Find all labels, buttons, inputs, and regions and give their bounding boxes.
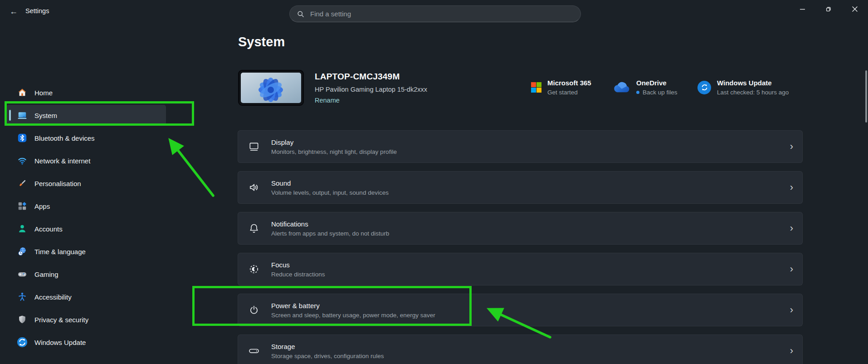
rename-link[interactable]: Rename [315,97,427,104]
windows-update-icon [697,81,711,94]
card-subtitle: Get started [547,89,591,96]
row-title: Power & battery [271,302,435,310]
sidebar-item-label: Apps [34,202,50,210]
bluetooth-icon [17,133,27,143]
device-info: LAPTOP-CMCJ349M HP Pavilion Gaming Lapto… [315,72,427,104]
apps-grid-icon [17,201,27,211]
chevron-right-icon: › [790,305,802,315]
row-sound[interactable]: Sound Volume levels, output, input, soun… [238,171,803,204]
row-power-battery[interactable]: Power & battery Screen and sleep, batter… [238,294,803,326]
search-icon [297,10,304,18]
sidebar-item-label: Gaming [34,271,59,278]
row-subtitle: Screen and sleep, battery usage, power m… [271,312,435,319]
device-name: LAPTOP-CMCJ349M [315,72,427,82]
titlebar: ← Settings [0,0,868,23]
bell-icon [248,222,260,235]
row-subtitle: Alerts from apps and system, do not dist… [271,230,389,237]
focus-icon [248,263,260,275]
close-button[interactable] [842,0,868,18]
row-subtitle: Storage space, drives, configuration rul… [271,353,384,359]
row-display[interactable]: Display Monitors, brightness, night ligh… [238,130,803,163]
sidebar-item-label: Home [34,89,53,97]
sidebar-item-label: Personalisation [34,180,81,187]
close-icon [852,6,858,12]
card-title: OneDrive [636,79,678,87]
row-subtitle: Volume levels, output, input, sound devi… [271,189,389,196]
scrollbar-thumb[interactable] [865,70,867,123]
attention-dot [636,91,639,94]
card-title: Microsoft 365 [547,79,591,87]
sidebar-item-time-language[interactable]: Time & language [6,241,166,262]
row-title: Storage [271,343,384,350]
system-icon [17,110,27,120]
home-icon [17,88,27,98]
back-arrow-icon: ← [10,7,18,16]
device-model: HP Pavilion Gaming Laptop 15-dk2xxx [315,86,427,93]
display-icon [248,140,260,153]
card-subtitle: Back up files [636,89,678,96]
sidebar-item-label: Time & language [34,248,86,256]
card-windows-update[interactable]: Windows Update Last checked: 5 hours ago [697,79,789,96]
sidebar-item-label: Network & internet [34,157,90,165]
wifi-icon [17,156,27,166]
sidebar-item-accessibility[interactable]: Accessibility [6,286,166,307]
paintbrush-icon [17,178,27,188]
sidebar-item-gaming[interactable]: Gaming [6,264,166,285]
minimize-button[interactable] [789,0,815,18]
row-notifications[interactable]: Notifications Alerts from apps and syste… [238,212,803,245]
window-controls [789,0,868,18]
sidebar-item-system[interactable]: System [6,105,166,126]
chevron-right-icon: › [790,182,802,192]
microsoft-logo-icon [531,82,541,93]
person-icon [17,224,27,234]
back-button[interactable]: ← [5,4,22,19]
search-input[interactable] [309,10,573,18]
sidebar-item-label: Bluetooth & devices [34,134,95,142]
search-box[interactable] [289,5,581,22]
card-title: Windows Update [717,79,789,87]
storage-drive-icon [248,344,260,357]
sidebar-item-label: System [34,112,57,119]
row-title: Sound [271,179,389,187]
row-title: Focus [271,261,325,269]
annotation-arrow-system [171,141,213,196]
sidebar-item-accounts[interactable]: Accounts [6,218,166,239]
sidebar-item-windows-update[interactable]: Windows Update [6,332,166,353]
power-icon [248,304,260,316]
row-focus[interactable]: Focus Reduce distractions › [238,253,803,285]
minimize-icon [800,6,805,12]
card-onedrive[interactable]: OneDrive Back up files [612,79,678,96]
restore-icon [825,6,832,12]
row-title: Display [271,138,397,146]
gamepad-icon [17,269,27,279]
sidebar-item-label: Windows Update [34,339,86,346]
device-wallpaper [241,73,301,103]
page-title: System [238,34,285,49]
row-subtitle: Reduce distractions [271,271,325,278]
sidebar-nav: Home System Bluetooth & devices [6,82,166,354]
restore-button[interactable] [815,0,842,18]
sidebar-item-personalisation[interactable]: Personalisation [6,173,166,194]
chevron-right-icon: › [790,223,802,233]
sidebar-item-privacy-security[interactable]: Privacy & security [6,309,166,330]
sidebar-item-label: Accounts [34,225,63,233]
chevron-right-icon: › [790,264,802,274]
sidebar-item-label: Privacy & security [34,316,88,324]
windows-update-icon [17,337,27,347]
accessibility-person-icon [17,292,27,302]
globe-clock-icon [17,246,27,256]
selected-indicator [9,110,11,121]
sidebar-item-home[interactable]: Home [6,82,166,103]
sidebar-item-label: Accessibility [34,293,72,301]
app-title: Settings [25,7,49,15]
sidebar-item-apps[interactable]: Apps [6,196,166,216]
chevron-right-icon: › [790,346,802,356]
sidebar-item-network-internet[interactable]: Network & internet [6,150,166,171]
card-subtitle: Last checked: 5 hours ago [717,89,789,96]
row-storage[interactable]: Storage Storage space, drives, configura… [238,334,803,364]
card-microsoft-365[interactable]: Microsoft 365 Get started [531,79,591,96]
sidebar-item-bluetooth-devices[interactable]: Bluetooth & devices [6,128,166,148]
row-subtitle: Monitors, brightness, night light, displ… [271,148,397,155]
onedrive-cloud-icon [612,81,630,93]
shield-icon [17,315,27,325]
